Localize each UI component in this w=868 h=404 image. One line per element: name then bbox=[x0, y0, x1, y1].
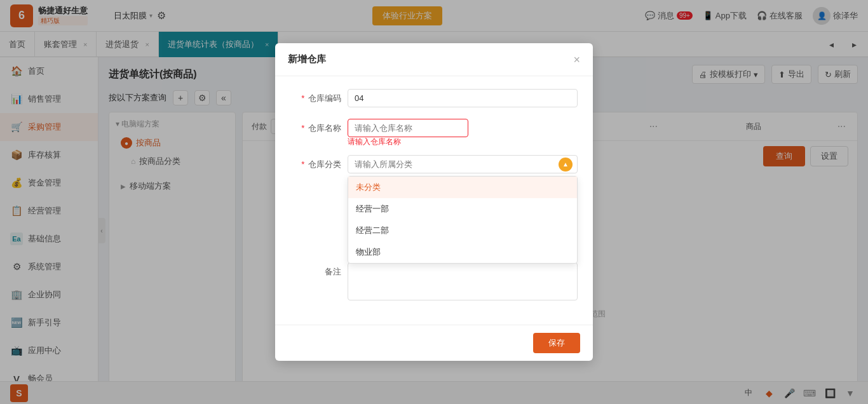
code-label: * 仓库编码 bbox=[290, 89, 348, 104]
category-dropdown: ▲ 未分类 经营一部 经营二部 物业部 bbox=[348, 155, 578, 173]
modal-title: 新增仓库 bbox=[288, 53, 326, 65]
name-error-msg: 请输入仓库名称 bbox=[348, 137, 401, 147]
dropdown-option-op3[interactable]: 物业部 bbox=[348, 241, 577, 263]
dropdown-list: 未分类 经营一部 经营二部 物业部 bbox=[348, 176, 578, 264]
remark-textarea[interactable] bbox=[348, 262, 578, 300]
remark-label: 备注 bbox=[290, 262, 348, 278]
modal-close-btn[interactable]: × bbox=[573, 54, 580, 65]
modal-header: 新增仓库 × bbox=[275, 43, 593, 76]
code-input[interactable] bbox=[348, 89, 578, 107]
name-label: * 仓库名称 bbox=[290, 119, 348, 134]
name-input[interactable] bbox=[348, 119, 468, 137]
required-star-cat: * bbox=[301, 159, 304, 169]
modal-body: * 仓库编码 * 仓库名称 请输入仓库名称 * bbox=[275, 76, 593, 325]
modal-overlay: 新增仓库 × * 仓库编码 * 仓库名称 请输入仓库名称 bbox=[0, 0, 868, 404]
required-star-code: * bbox=[301, 93, 304, 103]
required-star-name: * bbox=[301, 123, 304, 133]
category-input[interactable] bbox=[348, 155, 578, 173]
form-row-category: * 仓库分类 ▲ 未分类 经营一部 经营二部 物业部 bbox=[290, 155, 578, 173]
dropdown-option-op1[interactable]: 经营一部 bbox=[348, 198, 577, 220]
form-row-name: * 仓库名称 请输入仓库名称 bbox=[290, 119, 578, 137]
form-row-code: * 仓库编码 bbox=[290, 89, 578, 107]
dropdown-option-uncat[interactable]: 未分类 bbox=[348, 177, 577, 198]
save-button[interactable]: 保存 bbox=[533, 333, 580, 353]
dropdown-toggle-btn[interactable]: ▲ bbox=[559, 158, 573, 172]
modal-footer: 保存 bbox=[275, 325, 593, 361]
new-warehouse-modal: 新增仓库 × * 仓库编码 * 仓库名称 请输入仓库名称 bbox=[275, 43, 593, 361]
category-label: * 仓库分类 bbox=[290, 155, 348, 170]
form-row-remark: 备注 bbox=[290, 262, 578, 300]
dropdown-option-op2[interactable]: 经营二部 bbox=[348, 220, 577, 241]
